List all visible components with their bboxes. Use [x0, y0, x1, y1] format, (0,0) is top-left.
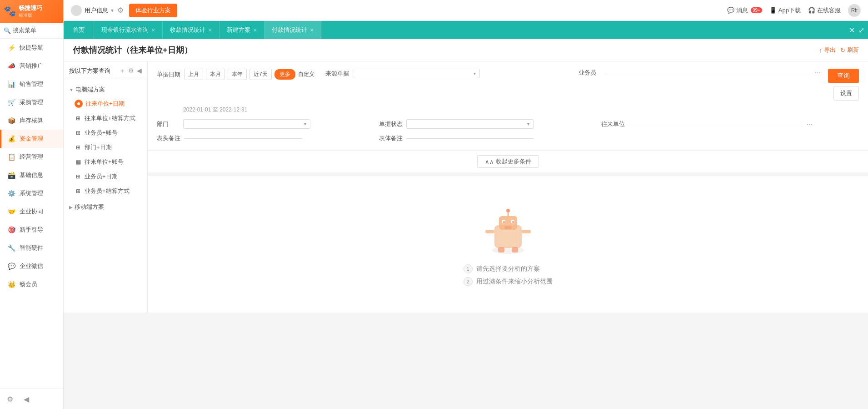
- sidebar-item-sales[interactable]: 📊 销售管理: [0, 75, 63, 93]
- sidebar-item-marketing[interactable]: 📣 营销推广: [0, 57, 63, 75]
- scheme-item-dept-date[interactable]: ⊞ 部门+日期: [64, 140, 147, 155]
- sidebar-item-inventory[interactable]: 📦 库存核算: [0, 111, 63, 130]
- tab-new-scheme-close-icon[interactable]: ✕: [253, 28, 257, 33]
- content-body: 按以下方案查询 ＋ ⚙ ◀ ▼ 电脑端方案 往来单位+日期: [64, 61, 868, 313]
- tab-payment-stats-close-icon[interactable]: ✕: [310, 28, 314, 33]
- add-scheme-icon[interactable]: ＋: [119, 67, 125, 75]
- main-area: 用户信息 ▾ ⚙ 体验行业方案 💬 消息 99+ 📱 App下载 🎧 在线客服 …: [64, 0, 868, 409]
- sidebar-item-finance[interactable]: 💰 资金管理: [0, 130, 63, 148]
- sidebar-settings-btn[interactable]: ⚙: [4, 393, 16, 405]
- sidebar-item-guide[interactable]: 🎯 新手引导: [0, 221, 63, 239]
- date-btn-last-7days[interactable]: 近7天: [249, 69, 272, 80]
- collapse-up-icon: ∧∧: [485, 158, 494, 165]
- pc-group-chevron-icon: ▼: [69, 87, 74, 92]
- sidebar-item-system[interactable]: ⚙️ 系统管理: [0, 184, 63, 202]
- scheme-item-unit-account[interactable]: ▦ 往来单位+账号: [64, 155, 147, 169]
- scheme-item-staff-date[interactable]: ⊞ 业务员+日期: [64, 169, 147, 184]
- scheme-item-unit-method[interactable]: ⊞ 往来单位+结算方式: [64, 111, 147, 126]
- voucher-status-select[interactable]: ▾: [406, 119, 534, 129]
- scheme-settings-icon[interactable]: ⚙: [128, 67, 134, 75]
- export-button[interactable]: ↑ 导出: [819, 46, 836, 54]
- svg-point-10: [506, 209, 510, 212]
- basic-icon: 🗃️: [7, 171, 16, 180]
- svg-point-6: [503, 221, 505, 223]
- sidebar-item-weixin[interactable]: 💬 企业微信: [0, 257, 63, 275]
- dept-select[interactable]: ▾: [183, 119, 310, 129]
- tab-bank-flow-close-icon[interactable]: ✕: [151, 28, 155, 33]
- date-range-value: 2022-01-01 至 2022-12-31: [183, 106, 247, 114]
- pc-scheme-group-header[interactable]: ▼ 电脑端方案: [64, 83, 147, 96]
- tabbar-close-btn[interactable]: ✕: [849, 26, 855, 35]
- topbar-app-download-item[interactable]: 📱 App下载: [769, 6, 801, 15]
- tabbar-expand-btn[interactable]: ⤢: [858, 26, 864, 35]
- scheme-item-label: 业务员+账号: [85, 129, 118, 137]
- topbar-trial-button[interactable]: 体验行业方案: [129, 4, 177, 17]
- topbar-online-service-item[interactable]: 🎧 在线客服: [808, 6, 841, 15]
- svg-rect-14: [512, 247, 518, 252]
- staff-label: 业务员: [579, 69, 601, 77]
- date-btn-this-month[interactable]: 本月: [206, 69, 225, 80]
- system-icon: ⚙️: [7, 189, 16, 198]
- scheme-item-unit-date[interactable]: 往来单位+日期: [64, 96, 147, 111]
- topbar-gear-icon[interactable]: ⚙: [117, 6, 124, 15]
- partner-ellipsis-btn[interactable]: ···: [807, 120, 813, 128]
- scheme-grid-icon2: ⊞: [75, 129, 82, 136]
- panel-collapse-icon[interactable]: ◀: [137, 67, 142, 75]
- scheme-item-staff-method[interactable]: ⊞ 业务员+结算方式: [64, 184, 147, 198]
- sidebar-collapse-btn[interactable]: ◀: [20, 393, 33, 405]
- tab-home-label: 首页: [73, 26, 85, 34]
- sidebar-header: 🐾 畅捷通巧 标准版: [0, 0, 63, 23]
- empty-hint-1-text: 请先选择要分析的方案: [476, 265, 540, 273]
- sidebar-item-smart[interactable]: 🔧 智能硬件: [0, 239, 63, 257]
- sales-icon: 📊: [7, 80, 16, 89]
- tabbar: 首页 现金银行流水查询 ✕ 收款情况统计 ✕ 新建方案 ✕ 付款情况统计 ✕ ✕…: [64, 21, 868, 39]
- sidebar-logo: 🐾: [4, 5, 16, 17]
- date-btn-this-year[interactable]: 本年: [228, 69, 247, 80]
- collapse-more-btn[interactable]: ∧∧ 收起更多条件: [477, 155, 539, 168]
- dept-chevron: ▾: [304, 121, 306, 126]
- sidebar-item-label: 企业协同: [20, 207, 43, 216]
- filter-settings-button[interactable]: 设置: [833, 86, 859, 101]
- dept-label: 部门: [157, 120, 180, 128]
- topbar-avatar[interactable]: Rit: [848, 4, 861, 17]
- left-panel: 按以下方案查询 ＋ ⚙ ◀ ▼ 电脑端方案 往来单位+日期: [64, 61, 148, 313]
- tab-receipt-stats-close-icon[interactable]: ✕: [208, 28, 212, 33]
- refresh-button[interactable]: ↻ 刷新: [840, 46, 859, 54]
- sidebar-item-quick-nav[interactable]: ⚡ 快捷导航: [0, 39, 63, 57]
- sidebar-item-label: 系统管理: [20, 189, 43, 197]
- sidebar-item-basic[interactable]: 🗃️ 基础信息: [0, 166, 63, 184]
- sidebar-item-label: 库存核算: [20, 116, 43, 125]
- pc-scheme-group: ▼ 电脑端方案 往来单位+日期 ⊞ 往来单位+结算方式 ⊞ 业务员+账号: [64, 83, 147, 198]
- collapse-btn-label: 收起更多条件: [496, 157, 531, 166]
- tab-new-scheme[interactable]: 新建方案 ✕: [219, 21, 264, 39]
- sidebar-item-operations[interactable]: 📋 经营管理: [0, 148, 63, 166]
- sidebar-item-purchase[interactable]: 🛒 采购管理: [0, 93, 63, 111]
- source-voucher-label: 来源单据: [325, 70, 349, 78]
- source-voucher-select[interactable]: ▾: [353, 69, 480, 78]
- tab-bank-flow[interactable]: 现金银行流水查询 ✕: [94, 21, 163, 39]
- topbar-message-item[interactable]: 💬 消息 99+: [727, 6, 762, 15]
- tab-payment-stats[interactable]: 付款情况统计 ✕: [264, 21, 321, 39]
- tab-receipt-stats[interactable]: 收款情况统计 ✕: [163, 21, 219, 39]
- topbar: 用户信息 ▾ ⚙ 体验行业方案 💬 消息 99+ 📱 App下载 🎧 在线客服 …: [64, 0, 868, 21]
- collapse-bar: ∧∧ 收起更多条件: [148, 150, 868, 172]
- date-btn-more[interactable]: 更多: [274, 69, 295, 80]
- sidebar-item-corp[interactable]: 🤝 企业协同: [0, 202, 63, 221]
- sidebar-item-label: 资金管理: [20, 135, 43, 143]
- topbar-left: 用户信息 ▾ ⚙: [71, 5, 124, 16]
- scheme-item-staff-account[interactable]: ⊞ 业务员+账号: [64, 126, 147, 140]
- sidebar-item-vip[interactable]: 👑 畅会员: [0, 275, 63, 293]
- staff-ellipsis-btn[interactable]: ···: [815, 69, 821, 77]
- sidebar-search[interactable]: 🔍 搜索菜单: [0, 23, 63, 39]
- topbar-dropdown-icon[interactable]: ▾: [111, 7, 114, 14]
- app-download-icon: 📱: [769, 7, 777, 14]
- export-label: 导出: [824, 46, 836, 54]
- tab-bank-flow-label: 现金银行流水查询: [101, 26, 149, 34]
- sidebar-item-label: 畅会员: [20, 280, 37, 288]
- mobile-scheme-group-header[interactable]: ▶ 移动端方案: [64, 200, 147, 214]
- sidebar-item-label: 企业微信: [20, 262, 43, 270]
- date-btn-last-month[interactable]: 上月: [184, 69, 203, 80]
- query-button[interactable]: 查询: [828, 69, 859, 83]
- table-header-note-label: 表头备注: [157, 134, 180, 142]
- tab-home[interactable]: 首页: [64, 21, 94, 39]
